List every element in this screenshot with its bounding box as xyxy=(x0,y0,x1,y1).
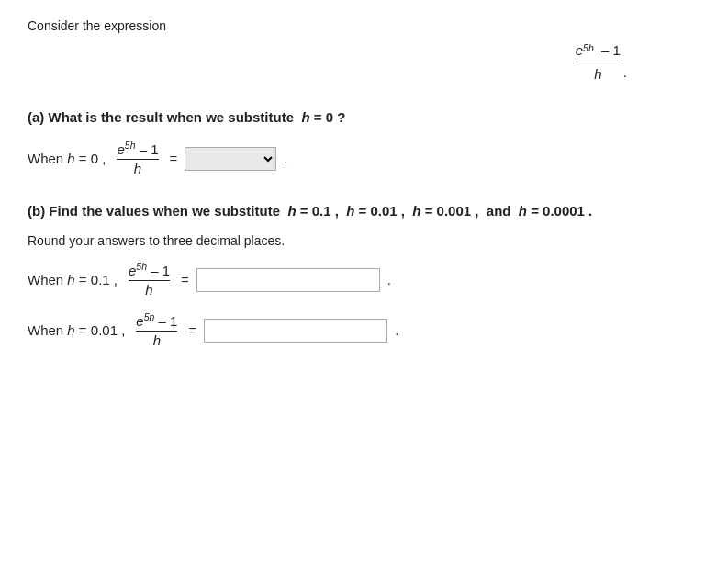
part-a-question: ? xyxy=(337,109,345,125)
part-a-equals: = xyxy=(170,151,178,166)
part-a-period: . xyxy=(284,151,287,166)
part-b-row1-equals: = xyxy=(181,272,189,287)
h-denominator: h xyxy=(594,66,601,82)
part-b-row2-denominator: h xyxy=(153,332,161,349)
part-b-row1-when: When h = 0.1 , xyxy=(28,272,118,287)
denominator: h xyxy=(594,64,601,82)
part-b-conditions: h = 0.1 , h = 0.01 , h = 0.001 , and h =… xyxy=(284,203,592,219)
part-b-row-1: When h = 0.1 , e5h – 1 h = . xyxy=(28,261,700,298)
part-a-numerator: e5h – 1 xyxy=(117,140,158,159)
round-note: Round your answers to three decimal plac… xyxy=(28,233,700,248)
part-b-row2-fraction: e5h – 1 h xyxy=(136,311,177,349)
part-a-denominator: h xyxy=(134,160,141,177)
part-a-section: (a) What is the result when we substitut… xyxy=(28,109,700,177)
part-a-when: When h = 0 , xyxy=(28,151,106,166)
part-a-equation-row: When h = 0 , e5h – 1 h = undefined 0 5 1… xyxy=(28,140,700,177)
part-b-row1-numerator: e5h – 1 xyxy=(129,261,170,280)
e-base: e xyxy=(576,42,583,58)
part-b-row-2: When h = 0.01 , e5h – 1 h = . xyxy=(28,311,700,349)
part-a-condition: h = 0 xyxy=(297,109,337,125)
fraction-line xyxy=(576,62,621,62)
exponent: 5h xyxy=(583,42,594,53)
part-b-row2-numerator: e5h – 1 xyxy=(136,311,177,331)
part-a-label: (a) What is the result when we substitut… xyxy=(28,109,700,125)
part-a-label-text: (a) What is the result when we substitut… xyxy=(28,109,294,125)
part-b-row1-fraction: e5h – 1 h xyxy=(129,261,170,298)
part-a-fraction: e5h – 1 h xyxy=(117,140,158,177)
part-b-row2-period: . xyxy=(395,322,398,338)
part-b-label-text: (b) Find the values when we substitute xyxy=(28,203,280,219)
main-fraction: e5h – 1 h xyxy=(576,42,621,82)
part-b-row1-input[interactable] xyxy=(196,268,380,292)
period: . xyxy=(623,64,627,80)
intro-text: Consider the expression xyxy=(28,18,700,33)
part-b-row1-denominator: h xyxy=(145,281,152,298)
part-b-label: (b) Find the values when we substitute h… xyxy=(28,203,700,219)
part-b-row2-input[interactable] xyxy=(204,319,387,343)
part-b-row2-equals: = xyxy=(188,322,196,338)
part-a-dropdown[interactable]: undefined 0 5 1 xyxy=(185,147,276,171)
main-expression-display: e5h – 1 h . xyxy=(28,42,627,82)
part-b-row2-when: When h = 0.01 , xyxy=(28,322,125,338)
numerator: e5h – 1 xyxy=(576,42,621,60)
minus-one: – 1 xyxy=(598,42,621,58)
part-b-section: (b) Find the values when we substitute h… xyxy=(28,203,700,349)
part-b-row1-period: . xyxy=(387,272,391,287)
